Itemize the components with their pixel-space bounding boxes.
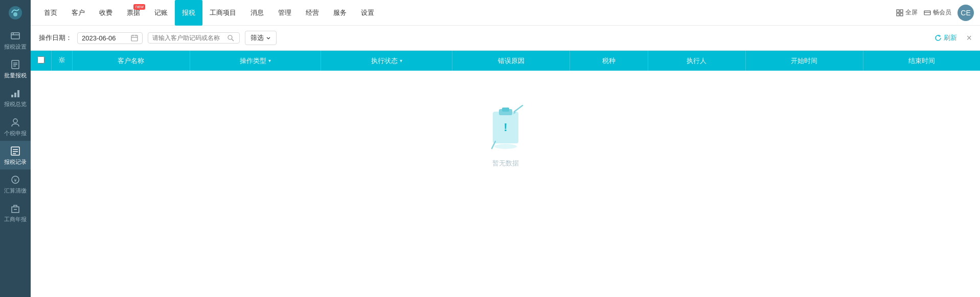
sidebar-item-label: 报税总览 (4, 101, 27, 108)
nav-item-jingying[interactable]: 经营 (299, 0, 326, 26)
date-label: 操作日期： (39, 33, 72, 43)
svg-text:¥: ¥ (13, 178, 17, 183)
close-button[interactable]: × (966, 33, 972, 44)
sidebar: 报税设置 批量报税 报税总览 (0, 0, 31, 297)
sidebar-item-gongshangnianb[interactable]: 工商年报 (0, 198, 31, 227)
svg-point-33 (60, 59, 63, 61)
piliangbaoshui-icon (9, 58, 21, 71)
calendar-icon (131, 34, 138, 41)
fullscreen-button[interactable]: 全屏 (896, 8, 918, 17)
sidebar-item-baoshuishezhi[interactable]: 报税设置 (0, 26, 31, 54)
chevron-down-icon (266, 35, 271, 40)
svg-rect-21 (897, 10, 899, 12)
svg-rect-22 (900, 10, 903, 12)
nav-item-baoshui[interactable]: 报税 (175, 0, 202, 26)
sidebar-item-baoshuijilu[interactable]: 报税记录 (0, 141, 31, 169)
col-start-time: 开始时间 (745, 51, 863, 71)
col-error-reason: 错误原因 (452, 51, 570, 71)
svg-rect-2 (11, 33, 19, 39)
filter-icon: ▾ (268, 58, 271, 63)
col-end-time: 结束时间 (863, 51, 980, 71)
member-icon (924, 9, 931, 16)
nav-items: 首页 客户 收费 票据 new 记账 报税 工商项目 消息 (37, 0, 896, 26)
search-input[interactable] (152, 34, 224, 41)
nav-right: 全屏 畅会员 CE (896, 5, 974, 21)
nav-item-kehu[interactable]: 客户 (64, 0, 92, 26)
sidebar-item-huisuanjiaona[interactable]: ¥ 汇算清缴 (0, 169, 31, 198)
nav-item-xiaoxi[interactable]: 消息 (243, 0, 271, 26)
avatar[interactable]: CE (958, 5, 974, 21)
empty-state: ! 暂无数据 (31, 71, 980, 199)
nav-item-guanli[interactable]: 管理 (271, 0, 299, 26)
sidebar-item-geshuishenbao[interactable]: 个税申报 (0, 112, 31, 141)
empty-illustration: ! (483, 101, 529, 153)
content-area: 操作日期： 筛选 (31, 26, 980, 297)
svg-rect-9 (11, 95, 13, 97)
table-header-row: 客户名称 操作类型 ▾ 执行状态 ▾ (31, 51, 980, 71)
app-logo (0, 0, 31, 26)
nav-item-shoufei[interactable]: 收费 (92, 0, 120, 26)
search-wrap[interactable] (148, 32, 240, 44)
nav-item-fuwu[interactable]: 服务 (326, 0, 354, 26)
filter-button[interactable]: 筛选 (245, 31, 277, 45)
baoshuijilu-icon (9, 145, 21, 157)
col-tax-type: 税种 (570, 51, 648, 71)
nav-item-gongshangxiangmu[interactable]: 工商项目 (202, 0, 243, 26)
filter-icon: ▾ (400, 58, 402, 63)
search-icon (227, 34, 234, 41)
col-executor: 执行人 (648, 51, 745, 71)
col-operation-type: 操作类型 ▾ (190, 51, 321, 71)
date-picker[interactable] (77, 32, 143, 44)
nav-item-shezhi[interactable]: 设置 (354, 0, 381, 26)
settings-icon[interactable] (58, 56, 66, 64)
sidebar-item-label: 批量报税 (4, 72, 27, 79)
svg-line-38 (514, 105, 522, 112)
empty-text: 暂无数据 (492, 159, 519, 168)
huisuanjiaona-icon: ¥ (9, 174, 21, 186)
table-container: 客户名称 操作类型 ▾ 执行状态 ▾ (31, 51, 980, 297)
baoshuishezhi-icon (9, 30, 21, 42)
refresh-icon (935, 34, 942, 41)
sidebar-item-label: 报税记录 (4, 159, 27, 165)
top-nav: 首页 客户 收费 票据 new 记账 报税 工商项目 消息 (31, 0, 980, 26)
nav-item-piao[interactable]: 票据 new (120, 0, 147, 26)
svg-point-31 (228, 35, 232, 39)
nav-item-jizhang[interactable]: 记账 (147, 0, 175, 26)
svg-rect-10 (14, 93, 16, 97)
svg-point-1 (13, 12, 17, 16)
sidebar-item-piliangbaoshui[interactable]: 批量报税 (0, 54, 31, 83)
data-table: 客户名称 操作类型 ▾ 执行状态 ▾ (31, 51, 980, 199)
svg-rect-27 (131, 35, 138, 41)
nav-item-shouye[interactable]: 首页 (37, 0, 64, 26)
main-area: 首页 客户 收费 票据 new 记账 报税 工商项目 消息 (31, 0, 980, 297)
sidebar-item-baoshuizonglan[interactable]: 报税总览 (0, 83, 31, 112)
svg-rect-36 (502, 108, 509, 112)
empty-state-row: ! 暂无数据 (31, 71, 980, 199)
col-customer-name: 客户名称 (72, 51, 190, 71)
fullscreen-icon (896, 9, 903, 16)
gongshangnianb-icon (9, 202, 21, 215)
baoshuizonglan-icon (9, 87, 21, 99)
svg-rect-25 (924, 11, 930, 15)
svg-rect-24 (900, 13, 903, 16)
sidebar-item-label: 报税设置 (4, 44, 27, 50)
svg-line-32 (232, 39, 234, 41)
col-exec-status: 执行状态 ▾ (321, 51, 452, 71)
refresh-button[interactable]: 刷新 (935, 33, 957, 43)
svg-point-40 (494, 144, 517, 149)
toolbar: 操作日期： 筛选 (31, 26, 980, 51)
date-input[interactable] (82, 34, 128, 42)
geshuishenbao-icon (9, 116, 21, 129)
svg-rect-23 (897, 13, 899, 16)
svg-text:!: ! (504, 121, 507, 134)
sidebar-item-label: 个税申报 (4, 130, 27, 137)
select-all-checkbox[interactable] (37, 56, 44, 63)
col-settings (51, 51, 72, 71)
piao-badge: new (133, 4, 145, 10)
sidebar-item-label: 工商年报 (4, 216, 27, 223)
col-checkbox (31, 51, 51, 71)
svg-rect-11 (17, 90, 19, 97)
member-button[interactable]: 畅会员 (924, 8, 951, 17)
svg-point-12 (13, 119, 17, 123)
sidebar-item-label: 汇算清缴 (4, 187, 27, 194)
